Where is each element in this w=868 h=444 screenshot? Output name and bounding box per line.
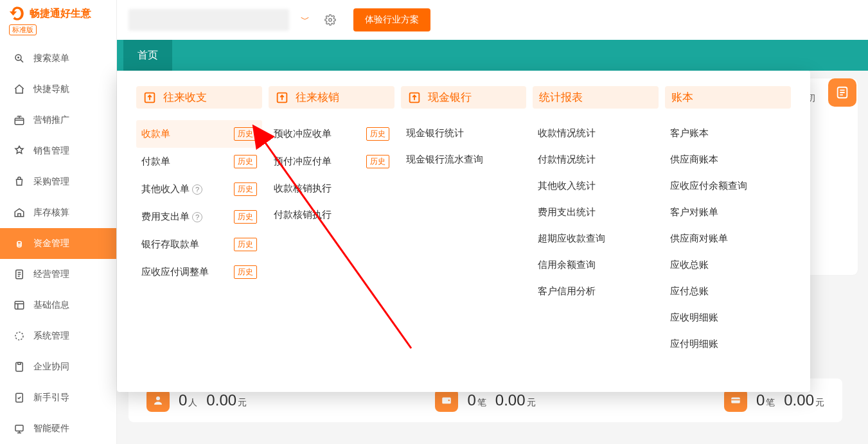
- history-tag[interactable]: 历史: [234, 210, 257, 224]
- mega-item[interactable]: 客户账本: [665, 120, 791, 147]
- try-industry-plan-button[interactable]: 体验行业方案: [353, 8, 430, 31]
- mega-item-label: 收款情况统计: [538, 127, 596, 139]
- mega-item[interactable]: 付款单历史: [136, 148, 262, 175]
- sidebar: 畅捷通好生意 标准版 搜索菜单快捷导航营销推广销售管理采购管理库存核算资金管理经…: [0, 0, 117, 444]
- mega-item-label: 收款单: [141, 128, 170, 140]
- mega-item-label: 预收冲应收单: [274, 128, 332, 140]
- mega-item[interactable]: 现金银行统计: [401, 120, 527, 147]
- sidebar-item-finance[interactable]: 资金管理: [0, 228, 116, 259]
- history-tag[interactable]: 历史: [234, 182, 257, 196]
- stat-block-entries-b: 0笔 0.00元: [435, 389, 535, 412]
- sidebar-item-purchase[interactable]: 采购管理: [0, 166, 116, 197]
- sidebar-item-label: 系统管理: [33, 330, 69, 342]
- mega-item[interactable]: 应收总账: [665, 252, 791, 278]
- mega-item[interactable]: 费用支出统计: [533, 199, 659, 226]
- help-icon[interactable]: ?: [192, 212, 202, 222]
- collab-icon: [13, 360, 26, 373]
- mega-item[interactable]: 费用支出单?历史: [136, 203, 262, 231]
- mega-item[interactable]: 应收应付余额查询: [665, 173, 791, 199]
- sidebar-item-stock[interactable]: 库存核算: [0, 197, 116, 228]
- tab-home[interactable]: 首页: [123, 40, 172, 71]
- mega-column: 往来收支收款单历史付款单历史其他收入单?历史费用支出单?历史银行存取款单历史应收…: [136, 86, 262, 373]
- chevron-down-icon[interactable]: ﹀: [297, 14, 314, 26]
- mega-item[interactable]: 银行存取款单历史: [136, 231, 262, 258]
- topbar: ﹀ 体验行业方案: [117, 0, 868, 40]
- sidebar-item-label: 基础信息: [33, 299, 69, 311]
- sidebar-nav: 搜索菜单快捷导航营销推广销售管理采购管理库存核算资金管理经营管理基础信息系统管理…: [0, 40, 116, 444]
- mega-item[interactable]: 供应商对账单: [665, 226, 791, 252]
- mega-item[interactable]: 超期应收款查询: [533, 226, 659, 252]
- sidebar-item-biz[interactable]: 经营管理: [0, 259, 116, 290]
- doc-icon: [143, 91, 157, 105]
- mega-item[interactable]: 应收明细账: [665, 305, 791, 331]
- sidebar-item-collab[interactable]: 企业协同: [0, 351, 116, 382]
- mega-item[interactable]: 付款核销执行: [269, 202, 394, 228]
- sidebar-item-base[interactable]: 基础信息: [0, 290, 116, 321]
- sidebar-item-label: 经营管理: [33, 269, 69, 280]
- history-tag[interactable]: 历史: [366, 127, 389, 141]
- mega-item[interactable]: 客户对账单: [665, 199, 791, 226]
- stat-b-count: 0: [467, 391, 475, 409]
- mega-column: 账本客户账本供应商账本应收应付余额查询客户对账单供应商对账单应收总账应付总账应收…: [665, 86, 791, 373]
- mega-column-title: 统计报表: [539, 90, 583, 105]
- sidebar-item-search[interactable]: 搜索菜单: [0, 43, 116, 74]
- mega-item[interactable]: 其他收入统计: [533, 173, 659, 199]
- mega-item[interactable]: 收款情况统计: [533, 120, 659, 147]
- history-tag[interactable]: 历史: [234, 127, 257, 141]
- mega-column-header: 账本: [665, 86, 791, 109]
- mega-item[interactable]: 收款单历史: [136, 120, 262, 148]
- svg-rect-9: [15, 301, 24, 309]
- history-tag[interactable]: 历史: [366, 155, 389, 168]
- floating-quick-icon[interactable]: [828, 78, 856, 107]
- sidebar-item-sales[interactable]: 销售管理: [0, 136, 116, 166]
- mega-item[interactable]: 信用余额查询: [533, 252, 659, 278]
- mega-column: 统计报表收款情况统计付款情况统计其他收入统计费用支出统计超期应收款查询信用余额查…: [533, 86, 659, 373]
- mega-column-header: 现金银行: [401, 86, 527, 109]
- mega-item[interactable]: 预收冲应收单历史: [269, 120, 394, 148]
- mega-item[interactable]: 客户信用分析: [533, 278, 659, 305]
- hardware-icon: [13, 422, 26, 435]
- sidebar-item-label: 智能硬件: [33, 423, 69, 434]
- mega-item[interactable]: 现金银行流水查询: [401, 147, 527, 173]
- sidebar-item-guide[interactable]: 新手引导: [0, 382, 116, 413]
- sidebar-item-quicknav[interactable]: 快捷导航: [0, 74, 116, 105]
- brand-name: 畅捷通好生意: [30, 7, 91, 21]
- help-icon[interactable]: ?: [192, 184, 202, 195]
- mega-item-label: 付款情况统计: [538, 154, 596, 166]
- mega-column: 现金银行现金银行统计现金银行流水查询: [401, 86, 527, 373]
- mega-item[interactable]: 应收应付调整单历史: [136, 258, 262, 286]
- wallet-icon: [435, 389, 458, 412]
- mega-item[interactable]: 应付总账: [665, 278, 791, 305]
- mega-item[interactable]: 应付明细账: [665, 331, 791, 357]
- mega-item-label: 付款核销执行: [274, 209, 332, 221]
- mega-item[interactable]: 付款情况统计: [533, 147, 659, 173]
- mega-column-header: 往来核销: [269, 86, 394, 109]
- sidebar-item-promo[interactable]: 营销推广: [0, 105, 116, 136]
- mega-item[interactable]: 供应商账本: [665, 147, 791, 173]
- mega-column-header: 统计报表: [533, 86, 659, 109]
- sidebar-item-label: 搜索菜单: [33, 53, 69, 64]
- finance-mega-menu: 往来收支收款单历史付款单历史其他收入单?历史费用支出单?历史银行存取款单历史应收…: [117, 71, 810, 392]
- tenant-selector-blurred[interactable]: [128, 9, 289, 31]
- mega-item-label: 费用支出统计: [538, 206, 596, 218]
- sales-icon: [13, 145, 26, 157]
- sidebar-item-hardware[interactable]: 智能硬件: [0, 413, 116, 444]
- stat-b-amount-unit: 元: [527, 397, 536, 407]
- gear-icon[interactable]: [321, 11, 339, 29]
- card-icon: [724, 389, 747, 412]
- mega-item[interactable]: 其他收入单?历史: [136, 175, 262, 203]
- mega-column: 往来核销预收冲应收单历史预付冲应付单历史收款核销执行付款核销执行: [269, 86, 394, 373]
- mega-item[interactable]: 收款核销执行: [269, 175, 394, 202]
- stat-b-unit: 笔: [477, 397, 486, 407]
- sidebar-item-system[interactable]: 系统管理: [0, 321, 116, 351]
- stat-c-amount: 0.00: [784, 391, 814, 409]
- history-tag[interactable]: 历史: [234, 238, 257, 251]
- mega-column-title: 现金银行: [428, 90, 472, 105]
- stat-people-amount-unit: 元: [238, 397, 247, 407]
- history-tag[interactable]: 历史: [234, 155, 257, 168]
- system-icon: [13, 330, 26, 342]
- mega-column-title: 往来收支: [163, 90, 207, 105]
- mega-item-label: 超期应收款查询: [538, 233, 605, 245]
- history-tag[interactable]: 历史: [234, 265, 257, 279]
- mega-item[interactable]: 预付冲应付单历史: [269, 148, 394, 175]
